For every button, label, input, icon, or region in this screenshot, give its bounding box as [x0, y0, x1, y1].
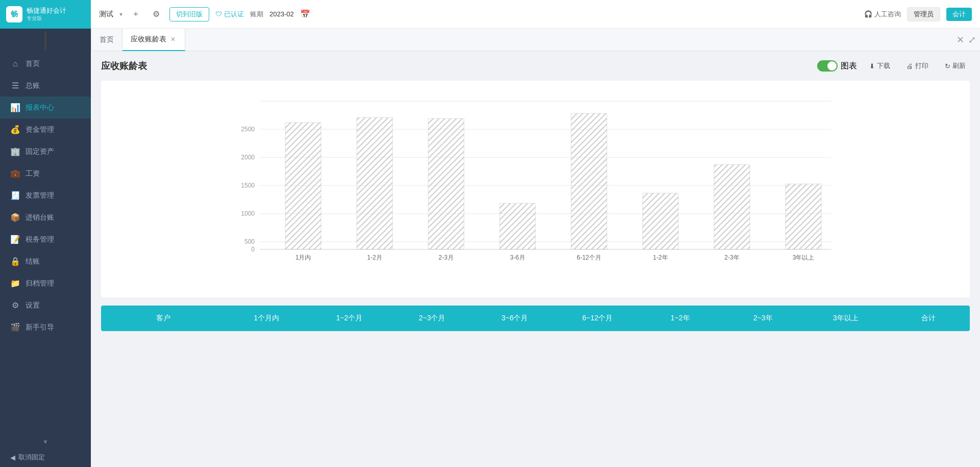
logo-icon: 畅: [6, 6, 22, 22]
svg-text:3-6月: 3-6月: [510, 254, 525, 261]
col-1-2month: 1~2个月: [308, 306, 390, 331]
nav-dropdown-icon[interactable]: ▾: [119, 11, 122, 18]
col-customer: 客户: [101, 306, 225, 331]
sidebar-item-sales[interactable]: 📦 进销台账: [0, 206, 91, 228]
sidebar-label-sales: 进销台账: [26, 213, 54, 222]
support-btn[interactable]: 🎧 人工咨询: [864, 10, 901, 19]
sidebar-item-archive[interactable]: 📁 归档管理: [0, 272, 91, 294]
col-1month: 1个月内: [225, 306, 308, 331]
bar-3年以上: [786, 184, 821, 249]
sidebar-label-settings: 设置: [26, 301, 40, 310]
sidebar-label-tax: 税务管理: [26, 235, 54, 244]
sidebar-label-guide: 新手引导: [26, 323, 54, 332]
switch-version-btn[interactable]: 切到旧版: [169, 7, 209, 21]
print-label: 打印: [915, 61, 928, 71]
bar-chart: 0 500 1000 1500 2000 2500 1月内: [111, 91, 960, 285]
sidebar-label-reports: 报表中心: [26, 103, 54, 112]
sidebar-item-tax[interactable]: 📝 税务管理: [0, 228, 91, 250]
sidebar-item-guide[interactable]: 🎬 新手引导: [0, 316, 91, 338]
tab-expand-icon[interactable]: ⤢: [968, 34, 976, 45]
sidebar-label-closing: 结账: [26, 257, 40, 266]
tab-bar-right: ✕ ⤢: [957, 34, 980, 45]
closing-icon: 🔒: [10, 256, 20, 266]
nav-add-btn[interactable]: ＋: [129, 7, 143, 21]
svg-text:2000: 2000: [241, 154, 255, 161]
bar-1-2年: [643, 193, 678, 249]
sidebar-label-ledger: 总账: [26, 81, 40, 90]
reports-icon: 📊: [10, 103, 20, 112]
svg-text:0: 0: [251, 246, 255, 253]
sidebar-item-reports[interactable]: 📊 报表中心: [0, 97, 91, 119]
toggle-switch[interactable]: [817, 60, 838, 72]
col-2-3year: 2~3年: [722, 306, 804, 331]
tax-icon: 📝: [10, 235, 20, 244]
toolbar: 图表 ⬇ 下载 🖨 打印 ↻ 刷新: [817, 59, 970, 73]
bar-6-12月: [571, 113, 607, 249]
tab-close-window-icon[interactable]: ✕: [957, 34, 964, 45]
main-area: 测试 ▾ ＋ ⚙ 切到旧版 🛡 已认证 账期 2023-02 📅 🎧 人工咨询 …: [91, 0, 980, 467]
user-btn[interactable]: 管理员: [907, 7, 940, 21]
tab-bar: 首页 应收账龄表 ✕ ✕ ⤢: [91, 29, 980, 51]
svg-text:1月内: 1月内: [296, 254, 311, 261]
navbar: 测试 ▾ ＋ ⚙ 切到旧版 🛡 已认证 账期 2023-02 📅 🎧 人工咨询 …: [91, 0, 980, 29]
sidebar-item-closing[interactable]: 🔒 结账: [0, 250, 91, 272]
chart-container: 0 500 1000 1500 2000 2500 1月内: [101, 81, 970, 297]
nav-settings-btn[interactable]: ⚙: [149, 7, 163, 21]
chart-label: 图表: [841, 61, 857, 72]
download-icon: ⬇: [869, 62, 875, 70]
sidebar-item-home[interactable]: ⌂ 首页: [0, 53, 91, 75]
sidebar: 畅 畅捷通好会计 专业版 ⌂ 首页 ☰ 总账 📊 报表中心 💰 资金管理 🏢 固…: [0, 0, 91, 467]
print-btn[interactable]: 🖨 打印: [902, 59, 933, 73]
app-name: 畅捷通好会计: [27, 7, 66, 15]
svg-text:1-2月: 1-2月: [367, 254, 382, 261]
calendar-icon[interactable]: 📅: [300, 9, 310, 19]
download-btn[interactable]: ⬇ 下载: [865, 59, 894, 73]
verified-badge: 🛡 已认证: [215, 10, 244, 19]
sidebar-label-funds: 资金管理: [26, 125, 54, 134]
sidebar-scroll-down[interactable]: ▼: [42, 438, 48, 446]
period-value: 2023-02: [270, 10, 294, 18]
svg-text:6-12个月: 6-12个月: [577, 254, 601, 261]
logo-area: 畅 畅捷通好会计 专业版: [0, 0, 91, 29]
svg-text:500: 500: [244, 238, 255, 245]
role-btn[interactable]: 会计: [946, 8, 972, 21]
assets-icon: 🏢: [10, 147, 20, 156]
sidebar-item-salary[interactable]: 💼 工资: [0, 162, 91, 184]
sidebar-item-settings[interactable]: ⚙ 设置: [0, 294, 91, 316]
app-edition: 专业版: [27, 15, 66, 22]
sidebar-item-invoice[interactable]: 🧾 发票管理: [0, 184, 91, 206]
sidebar-item-ledger[interactable]: ☰ 总账: [0, 75, 91, 97]
tab-accounts-aging[interactable]: 应收账龄表 ✕: [122, 29, 185, 51]
col-6-12month: 6~12个月: [556, 306, 639, 331]
cancel-fixed-label: 取消固定: [18, 453, 45, 462]
refresh-icon: ↻: [945, 62, 950, 70]
refresh-btn[interactable]: ↻ 刷新: [941, 59, 970, 73]
tab-close-icon[interactable]: ✕: [169, 35, 177, 44]
sidebar-label-assets: 固定资产: [26, 147, 54, 156]
sidebar-label-archive: 归档管理: [26, 279, 54, 288]
home-icon: ⌂: [10, 59, 20, 68]
col-1-2year: 1~2年: [639, 306, 722, 331]
cancel-fixed-btn[interactable]: ◀ 取消固定: [0, 448, 91, 467]
bar-3-6月: [500, 203, 535, 249]
svg-text:3年以上: 3年以上: [793, 254, 815, 261]
tab-home[interactable]: 首页: [91, 29, 122, 51]
content-inner: 应收账龄表 图表 ⬇ 下载 🖨 打印 ↻: [91, 51, 980, 339]
refresh-label: 刷新: [952, 61, 966, 71]
col-3year-plus: 3年以上: [804, 306, 887, 331]
col-3-6month: 3~6个月: [473, 306, 556, 331]
verified-text: 已认证: [224, 10, 244, 19]
bar-2-3年: [714, 165, 750, 249]
archive-icon: 📁: [10, 278, 20, 288]
sidebar-item-assets[interactable]: 🏢 固定资产: [0, 141, 91, 162]
table-container: 客户 1个月内 1~2个月 2~3个月 3~6个月 6~12个月 1~2年 2~…: [101, 306, 970, 331]
chart-toggle[interactable]: 图表: [817, 60, 857, 72]
navbar-right: 🎧 人工咨询 管理员 会计: [864, 7, 972, 21]
col-2-3month: 2~3个月: [390, 306, 473, 331]
sidebar-item-funds[interactable]: 💰 资金管理: [0, 119, 91, 141]
page-title: 应收账龄表: [101, 60, 147, 72]
content-area: 应收账龄表 图表 ⬇ 下载 🖨 打印 ↻: [91, 51, 980, 467]
salary-icon: 💼: [10, 169, 20, 178]
bar-1月内: [285, 123, 321, 249]
svg-text:1500: 1500: [241, 182, 255, 189]
